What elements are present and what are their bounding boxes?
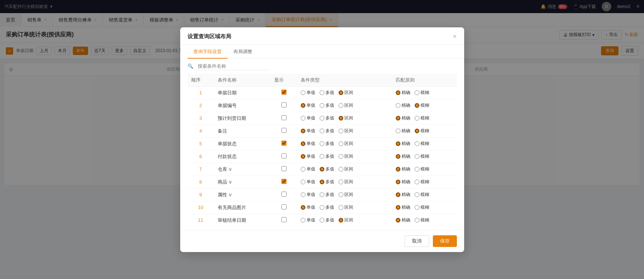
type-radio-type_range[interactable]: 区间 bbox=[339, 166, 353, 172]
type-radio-type_single[interactable]: 单值 bbox=[301, 153, 315, 160]
match-radio-match_fuzzy[interactable]: 模糊 bbox=[415, 179, 429, 185]
type-radio-type_range[interactable]: 区间 bbox=[339, 141, 353, 147]
type-radio-type_range[interactable]: 区间 bbox=[339, 192, 353, 198]
table-row: 3预计到货日期单值多值区间精确模糊 bbox=[187, 112, 457, 125]
match-radio-match_fuzzy[interactable]: 模糊 bbox=[415, 115, 429, 121]
match-radio-match_exact[interactable]: 精确 bbox=[396, 128, 410, 134]
type-radio-type_multi[interactable]: 多值 bbox=[320, 128, 334, 134]
display-checkbox[interactable] bbox=[281, 141, 287, 146]
type-radio-type_multi[interactable]: 多值 bbox=[320, 102, 334, 109]
cell-display[interactable] bbox=[270, 150, 297, 163]
modal-table: 顺序 条件名称 显示 条件类型 匹配原则 1单据日期单值多值区间精确模糊2单据编… bbox=[180, 74, 464, 205]
cell-name: 备注 bbox=[214, 125, 271, 137]
type-radio-type_range[interactable]: 区间 bbox=[339, 115, 353, 121]
match-radio-match_fuzzy[interactable]: 模糊 bbox=[415, 141, 429, 147]
type-radio-type_multi[interactable]: 多值 bbox=[320, 115, 334, 121]
display-checkbox[interactable] bbox=[281, 204, 287, 205]
type-radio-type_single[interactable]: 单值 bbox=[301, 179, 315, 185]
cell-name: 付款状态 bbox=[214, 150, 271, 163]
cell-match: 精确模糊 bbox=[392, 201, 457, 205]
display-checkbox[interactable] bbox=[281, 102, 287, 107]
match-radio-match_exact[interactable]: 精确 bbox=[396, 90, 410, 96]
cell-type: 单值多值区间 bbox=[297, 86, 392, 99]
type-radio-type_multi[interactable]: 多值 bbox=[320, 166, 334, 172]
cell-type: 单值多值区间 bbox=[297, 176, 392, 188]
cell-display[interactable] bbox=[270, 86, 297, 99]
match-radio-match_exact[interactable]: 精确 bbox=[396, 115, 410, 121]
type-radio-type_single[interactable]: 单值 bbox=[301, 192, 315, 198]
display-checkbox[interactable] bbox=[281, 153, 287, 158]
match-radio-match_fuzzy[interactable]: 模糊 bbox=[415, 153, 429, 160]
type-radio-type_single[interactable]: 单值 bbox=[301, 166, 315, 172]
cell-order: 8 bbox=[187, 176, 214, 188]
match-radio-match_fuzzy[interactable]: 模糊 bbox=[415, 204, 429, 205]
match-radio-match_exact[interactable]: 精确 bbox=[396, 166, 410, 172]
match-radio-match_exact[interactable]: 精确 bbox=[396, 153, 410, 160]
match-radio-match_fuzzy[interactable]: 模糊 bbox=[415, 128, 429, 134]
type-radio-type_single[interactable]: 单值 bbox=[301, 204, 315, 205]
type-radio-type_multi[interactable]: 多值 bbox=[320, 141, 334, 147]
cell-display[interactable] bbox=[270, 125, 297, 137]
type-radio-type_single[interactable]: 单值 bbox=[301, 128, 315, 134]
match-radio-match_exact[interactable]: 精确 bbox=[396, 102, 410, 109]
cell-display[interactable] bbox=[270, 112, 297, 125]
cell-display[interactable] bbox=[270, 137, 297, 150]
match-radio-match_fuzzy[interactable]: 模糊 bbox=[415, 90, 429, 96]
cell-name: 仓库 ∨ bbox=[214, 163, 271, 176]
modal-dialog: 设置查询区域布局 × 查询字段设置 布局调整 🔍 顺序 条件名称 显示 条件类型 bbox=[180, 27, 464, 205]
type-radio-type_range[interactable]: 区间 bbox=[339, 179, 353, 185]
type-radio-type_multi[interactable]: 多值 bbox=[320, 153, 334, 160]
cell-name: 属性 ∨ bbox=[214, 188, 271, 201]
cell-type: 单值多值区间 bbox=[297, 201, 392, 205]
match-radio-match_fuzzy[interactable]: 模糊 bbox=[415, 166, 429, 172]
cell-match: 精确模糊 bbox=[392, 150, 457, 163]
modal-tab-field-settings[interactable]: 查询字段设置 bbox=[187, 45, 228, 59]
type-radio-type_multi[interactable]: 多值 bbox=[320, 179, 334, 185]
display-checkbox[interactable] bbox=[281, 192, 287, 197]
display-checkbox[interactable] bbox=[281, 115, 287, 120]
cell-display[interactable] bbox=[270, 176, 297, 188]
table-row: 10有无商品图片单值多值区间精确模糊 bbox=[187, 201, 457, 205]
modal-tab-layout-adjust[interactable]: 布局调整 bbox=[228, 45, 258, 59]
type-radio-type_range[interactable]: 区间 bbox=[339, 128, 353, 134]
match-radio-match_exact[interactable]: 精确 bbox=[396, 204, 410, 205]
cell-match: 精确模糊 bbox=[392, 188, 457, 201]
cell-display[interactable] bbox=[270, 201, 297, 205]
type-radio-type_single[interactable]: 单值 bbox=[301, 141, 315, 147]
cell-display[interactable] bbox=[270, 188, 297, 201]
table-row: 7仓库 ∨单值多值区间精确模糊 bbox=[187, 163, 457, 176]
cell-name: 商品 ∨ bbox=[214, 176, 271, 188]
display-checkbox[interactable] bbox=[281, 128, 287, 133]
table-row: 6付款状态单值多值区间精确模糊 bbox=[187, 150, 457, 163]
match-radio-match_fuzzy[interactable]: 模糊 bbox=[415, 102, 429, 109]
match-radio-match_fuzzy[interactable]: 模糊 bbox=[415, 192, 429, 198]
modal-search-input[interactable] bbox=[195, 62, 268, 70]
cell-display[interactable] bbox=[270, 99, 297, 112]
cell-order: 2 bbox=[187, 99, 214, 112]
match-radio-match_exact[interactable]: 精确 bbox=[396, 141, 410, 147]
type-radio-type_range[interactable]: 区间 bbox=[339, 204, 353, 205]
display-checkbox[interactable] bbox=[281, 166, 287, 171]
type-radio-type_range[interactable]: 区间 bbox=[339, 102, 353, 109]
cell-order: 3 bbox=[187, 112, 214, 125]
match-radio-match_exact[interactable]: 精确 bbox=[396, 192, 410, 198]
type-radio-type_single[interactable]: 单值 bbox=[301, 102, 315, 109]
type-radio-type_multi[interactable]: 多值 bbox=[320, 90, 334, 96]
match-radio-match_exact[interactable]: 精确 bbox=[396, 179, 410, 185]
display-checkbox[interactable] bbox=[281, 90, 287, 95]
cell-order: 1 bbox=[187, 86, 214, 99]
type-radio-type_range[interactable]: 区间 bbox=[339, 90, 353, 96]
type-radio-type_range[interactable]: 区间 bbox=[339, 153, 353, 160]
cell-display[interactable] bbox=[270, 163, 297, 176]
type-radio-type_multi[interactable]: 多值 bbox=[320, 204, 334, 205]
type-radio-type_single[interactable]: 单值 bbox=[301, 115, 315, 121]
cell-type: 单值多值区间 bbox=[297, 163, 392, 176]
display-checkbox[interactable] bbox=[281, 179, 287, 184]
type-radio-type_multi[interactable]: 多值 bbox=[320, 192, 334, 198]
cell-order: 9 bbox=[187, 188, 214, 201]
cell-match: 精确模糊 bbox=[392, 125, 457, 137]
type-radio-type_single[interactable]: 单值 bbox=[301, 90, 315, 96]
modal-search-area: 🔍 bbox=[180, 59, 464, 74]
modal-close-button[interactable]: × bbox=[453, 33, 457, 40]
cell-type: 单值多值区间 bbox=[297, 188, 392, 201]
